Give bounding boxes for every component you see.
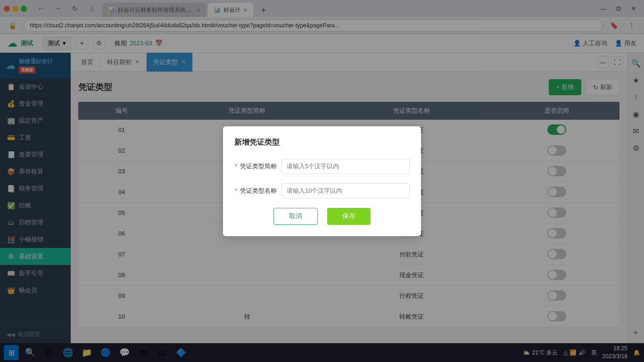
- abbr-input[interactable]: [281, 159, 410, 174]
- dialog-title: 新增凭证类型: [234, 138, 410, 148]
- abbr-label: * 凭证类型简称: [234, 162, 281, 171]
- dialog-overlay: 新增凭证类型 * 凭证类型简称 * 凭证类型名称 取消 保存: [0, 0, 644, 362]
- name-label: * 凭证类型名称: [234, 187, 281, 195]
- dialog-footer: 取消 保存: [234, 208, 410, 225]
- cancel-btn[interactable]: 取消: [273, 208, 318, 225]
- name-input[interactable]: [281, 183, 410, 198]
- name-form-row: * 凭证类型名称: [234, 183, 410, 198]
- abbr-form-row: * 凭证类型简称: [234, 159, 410, 174]
- new-voucher-type-dialog: 新增凭证类型 * 凭证类型简称 * 凭证类型名称 取消 保存: [223, 126, 421, 236]
- save-btn[interactable]: 保存: [327, 208, 371, 225]
